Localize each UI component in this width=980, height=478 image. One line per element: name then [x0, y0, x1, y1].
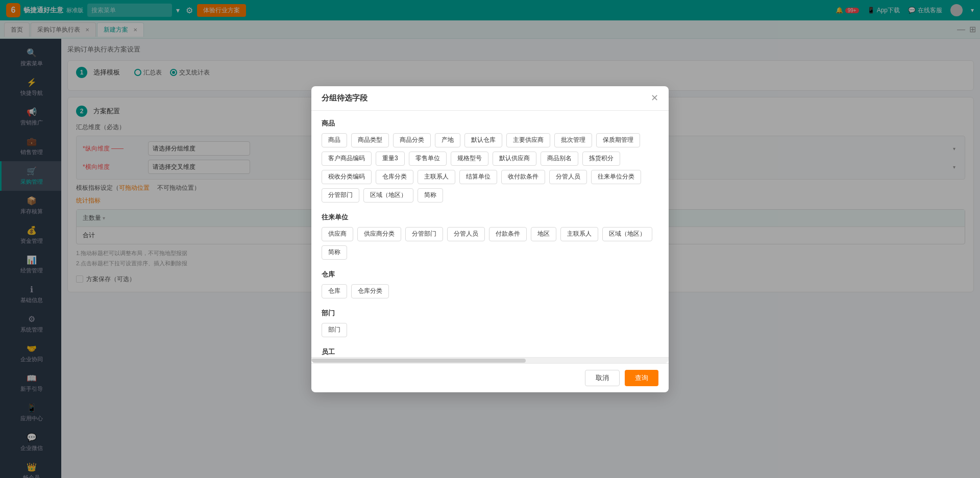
modal-close-btn[interactable]: ✕: [651, 93, 658, 103]
section-dept-tags: 部门: [322, 323, 658, 337]
modal-hscrollbar[interactable]: [311, 357, 669, 363]
tag-short-name-goods[interactable]: 简称: [418, 188, 443, 203]
tag-retail-unit[interactable]: 零售单位: [409, 152, 447, 166]
section-goods: 商品 商品 商品类型 商品分类 产地 默认仓库 主要供应商 批次管理 保质期管理…: [322, 119, 658, 203]
modal-header: 分组待选字段 ✕: [311, 86, 669, 111]
section-partner: 往来单位 供应商 供应商分类 分管部门 分管人员 付款条件 地区 主联系人 区域…: [322, 213, 658, 260]
modal-overlay: 分组待选字段 ✕ 商品 商品 商品类型 商品分类 产地 默认仓库 主要供应商 批…: [0, 0, 980, 478]
tag-contact-partner[interactable]: 主联系人: [560, 227, 598, 241]
tag-batch-mgmt[interactable]: 批次管理: [554, 133, 592, 147]
tag-warehouse-type[interactable]: 仓库分类: [351, 284, 389, 298]
modal-footer: 取消 查询: [311, 363, 669, 392]
tag-warehouse-category[interactable]: 仓库分类: [376, 170, 413, 184]
tag-origin[interactable]: 产地: [435, 133, 460, 147]
tag-customer-code[interactable]: 客户商品编码: [322, 152, 372, 166]
section-employee-title: 员工: [322, 347, 658, 357]
tag-region-goods[interactable]: 区域（地区）: [363, 188, 413, 203]
modal-body[interactable]: 商品 商品 商品类型 商品分类 产地 默认仓库 主要供应商 批次管理 保质期管理…: [311, 111, 669, 357]
section-warehouse: 仓库 仓库 仓库分类: [322, 270, 658, 298]
tag-goods-type[interactable]: 商品类型: [351, 133, 389, 147]
tag-goods[interactable]: 商品: [322, 133, 347, 147]
tag-default-supplier[interactable]: 默认供应商: [493, 152, 536, 166]
tag-settlement-unit[interactable]: 结算单位: [459, 170, 497, 184]
tag-supplier[interactable]: 供应商: [322, 227, 353, 241]
modal-hscroll-thumb: [311, 359, 526, 363]
tag-shelf-life[interactable]: 保质期管理: [596, 133, 640, 147]
tag-dept[interactable]: 部门: [322, 323, 347, 337]
tag-area-partner[interactable]: 区域（地区）: [602, 227, 652, 241]
tag-tax-code[interactable]: 税收分类编码: [322, 170, 372, 184]
tag-dept-managed[interactable]: 分管部门: [322, 188, 359, 203]
tag-payment-terms[interactable]: 收付款条件: [501, 170, 545, 184]
section-goods-tags: 商品 商品类型 商品分类 产地 默认仓库 主要供应商 批次管理 保质期管理 客户…: [322, 133, 658, 203]
modal-title: 分组待选字段: [322, 93, 368, 103]
modal: 分组待选字段 ✕ 商品 商品 商品类型 商品分类 产地 默认仓库 主要供应商 批…: [311, 86, 669, 392]
tag-main-supplier[interactable]: 主要供应商: [506, 133, 550, 147]
section-dept-title: 部门: [322, 309, 658, 318]
tag-partner-type[interactable]: 往来单位分类: [591, 170, 641, 184]
tag-region-partner[interactable]: 地区: [531, 227, 556, 241]
tag-weight3[interactable]: 重量3: [376, 152, 405, 166]
confirm-btn[interactable]: 查询: [625, 370, 658, 386]
section-warehouse-title: 仓库: [322, 270, 658, 279]
cancel-btn[interactable]: 取消: [585, 370, 620, 386]
tag-goods-category[interactable]: 商品分类: [393, 133, 431, 147]
tag-default-warehouse[interactable]: 默认仓库: [464, 133, 502, 147]
tag-supervisor[interactable]: 分管人员: [549, 170, 587, 184]
tag-short-name-partner[interactable]: 简称: [322, 245, 347, 260]
tag-spec-model[interactable]: 规格型号: [451, 152, 488, 166]
tag-warehouse[interactable]: 仓库: [322, 284, 347, 298]
tag-pick-points[interactable]: 拣货积分: [582, 152, 620, 166]
tag-supplier-category[interactable]: 供应商分类: [357, 227, 401, 241]
tag-main-contact[interactable]: 主联系人: [418, 170, 455, 184]
tag-payment-partner[interactable]: 付款条件: [489, 227, 527, 241]
section-employee: 员工 业务员: [322, 347, 658, 357]
section-warehouse-tags: 仓库 仓库分类: [322, 284, 658, 298]
tag-dept-partner[interactable]: 分管部门: [405, 227, 443, 241]
tag-supervisor-partner[interactable]: 分管人员: [447, 227, 485, 241]
tag-goods-alias[interactable]: 商品别名: [541, 152, 578, 166]
section-goods-title: 商品: [322, 119, 658, 128]
section-partner-title: 往来单位: [322, 213, 658, 222]
section-dept: 部门 部门: [322, 309, 658, 337]
section-partner-tags: 供应商 供应商分类 分管部门 分管人员 付款条件 地区 主联系人 区域（地区） …: [322, 227, 658, 260]
